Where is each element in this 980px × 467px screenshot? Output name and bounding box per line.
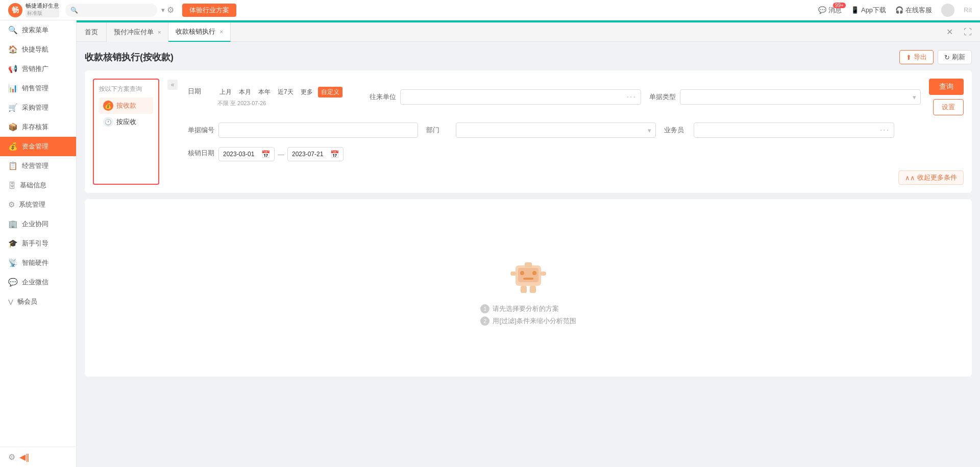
query-button[interactable]: 查询 (929, 79, 964, 95)
refresh-button[interactable]: ↻ 刷新 (938, 50, 972, 64)
tab-prepay-close-icon[interactable]: × (158, 29, 161, 35)
date-label: 日期 (188, 87, 213, 96)
date-link-more[interactable]: 更多 (299, 87, 315, 97)
sidebar-item-wechat[interactable]: 💬 企业微信 (0, 273, 76, 292)
sidebar-label-operations: 经营管理 (22, 161, 48, 170)
doc-no-label: 单据编号 (188, 126, 214, 135)
writeoff-end-input[interactable]: 2023-07-21 📅 (287, 147, 344, 161)
sidebar-item-operations[interactable]: 📋 经营管理 (0, 156, 76, 176)
sidebar-item-purchase[interactable]: 🛒 采购管理 (0, 98, 76, 117)
tab-expand-icon[interactable]: ⛶ (961, 25, 975, 39)
doc-type-select[interactable]: ▾ (680, 89, 921, 105)
tip-text-1: 请先选择要分析的方案 (493, 304, 559, 313)
sidebar-label-enterprise: 企业协同 (22, 219, 48, 229)
page-title: 收款核销执行(按收款) (85, 51, 174, 63)
wechat-icon: 💬 (8, 278, 18, 287)
writeoff-start-input[interactable]: 2023-03-01 📅 (218, 147, 275, 161)
calendar-end-icon[interactable]: 📅 (330, 150, 339, 158)
export-button[interactable]: ⬆ 导出 (899, 50, 934, 64)
sidebar-item-sales[interactable]: 📊 销售管理 (0, 79, 76, 98)
phone-icon: 📱 (851, 6, 859, 14)
sidebar-label-system: 系统管理 (19, 200, 45, 209)
svg-rect-9 (530, 286, 536, 293)
filter-option-by-collection[interactable]: 💰 按收款 (99, 97, 153, 114)
sidebar-settings-icon[interactable]: ⚙ (8, 452, 15, 462)
enterprise-icon: 🏢 (8, 219, 18, 229)
sidebar-label-base-info: 基础信息 (20, 181, 46, 190)
svg-rect-8 (521, 286, 527, 293)
salesman-dots-icon[interactable]: ··· (880, 126, 890, 135)
collapse-more-btn[interactable]: ∧∧ 收起更多条件 (898, 170, 964, 185)
svg-rect-6 (510, 272, 517, 276)
sidebar-item-system[interactable]: ⚙ 系统管理 (0, 195, 76, 214)
salesman-select[interactable]: ··· (694, 122, 894, 138)
tab-close-all-icon[interactable]: ✕ (942, 25, 957, 39)
refresh-label: 刷新 (952, 53, 965, 62)
sidebar-item-member[interactable]: V 畅会员 (0, 292, 76, 311)
date-shortcuts: 上月 本月 本年 近7天 更多 自定义 (217, 87, 342, 97)
sidebar-item-guide[interactable]: 🎓 新手引导 (0, 234, 76, 253)
date-link-this-year[interactable]: 本年 (256, 87, 273, 97)
tab-bar: 首页 预付冲应付单 × 收款核销执行 × ✕ ⛶ (77, 22, 980, 42)
avatar (941, 4, 954, 17)
filter-option-by-receivable[interactable]: 🕐 按应收 (99, 114, 153, 130)
tab-prepay[interactable]: 预付冲应付单 × (107, 22, 168, 42)
calendar-start-icon[interactable]: 📅 (261, 150, 270, 158)
date-link-custom[interactable]: 自定义 (318, 87, 342, 97)
filter-collapse: « (167, 79, 180, 185)
logo-tag: 标准版 (26, 9, 59, 17)
purchase-icon: 🛒 (8, 103, 18, 112)
empty-tip-1: 1 请先选择要分析的方案 (480, 304, 576, 313)
svg-rect-5 (525, 262, 532, 267)
tab-collection[interactable]: 收款核销执行 × (168, 22, 230, 42)
sidebar-item-base-info[interactable]: 🗄 基础信息 (0, 176, 76, 195)
settings-button[interactable]: 设置 (933, 99, 964, 115)
sidebar-item-quick-nav[interactable]: 🏠 快捷导航 (0, 40, 76, 59)
tab-collection-label: 收款核销执行 (176, 27, 215, 36)
trial-btn[interactable]: 体验行业方案 (182, 4, 236, 17)
writeoff-date-label: 核销日期 (188, 149, 214, 158)
online-service-label: 在线客服 (905, 6, 932, 15)
date-link-7days[interactable]: 近7天 (276, 87, 296, 97)
date-link-this-month[interactable]: 本月 (237, 87, 253, 97)
filter-field-unit: 往来单位 ··· (370, 89, 641, 105)
filter-right: 日期 上月 本月 本年 近7天 更多 自定义 不限 至 (188, 79, 964, 185)
filter-sidebar: 按以下方案查询 💰 按收款 🕐 按应收 (93, 79, 159, 185)
sidebar-item-finance[interactable]: 💰 资金管理 (0, 137, 76, 156)
date-link-last-month[interactable]: 上月 (217, 87, 234, 97)
top-search[interactable]: 🔍 (65, 4, 157, 17)
export-icon: ⬆ (906, 54, 912, 61)
collapse-more-wrap: ∧∧ 收起更多条件 (188, 168, 964, 185)
dropdown-arrow-icon[interactable]: ▾ (161, 6, 165, 14)
gear-icon[interactable]: ⚙ (167, 5, 174, 15)
tab-home[interactable]: 首页 (77, 22, 107, 42)
message-icon: 💬 (818, 6, 826, 14)
doc-type-label: 单据类型 (649, 92, 676, 102)
sidebar-item-search-menu[interactable]: 🔍 搜索菜单 (0, 20, 76, 40)
page-header: 收款核销执行(按收款) ⬆ 导出 ↻ 刷新 (85, 50, 972, 64)
dept-select[interactable]: ▾ (456, 122, 656, 138)
doc-no-input[interactable] (218, 122, 418, 138)
sidebar-item-inventory[interactable]: 📦 库存核算 (0, 117, 76, 137)
dept-chevron-icon: ▾ (648, 127, 651, 134)
app-download-btn[interactable]: 📱 App下载 (851, 6, 886, 15)
member-icon: V (8, 298, 13, 306)
tab-collection-close-icon[interactable]: × (219, 29, 223, 35)
sidebar-collapse-icon[interactable]: ◀‖ (19, 452, 30, 462)
top-bar-right: 💬 消息 99+ 📱 App下载 🎧 在线客服 Rit (818, 4, 972, 17)
message-badge: 99+ (833, 3, 846, 8)
writeoff-date-range: 2023-03-01 📅 — 2023-07-21 📅 (218, 147, 344, 161)
search-icon: 🔍 (70, 7, 78, 14)
message-btn[interactable]: 💬 消息 99+ (818, 6, 842, 15)
by-collection-icon: 💰 (103, 101, 113, 111)
online-service-btn[interactable]: 🎧 在线客服 (895, 6, 932, 15)
sidebar-item-enterprise[interactable]: 🏢 企业协同 (0, 214, 76, 234)
filter-collapse-btn[interactable]: « (167, 80, 178, 90)
unit-dots-icon[interactable]: ··· (627, 92, 636, 102)
empty-state-illustration (505, 250, 551, 296)
unit-select[interactable]: ··· (400, 89, 641, 105)
system-icon: ⚙ (8, 200, 15, 209)
sidebar-item-marketing[interactable]: 📢 营销推广 (0, 59, 76, 79)
sidebar-item-hardware[interactable]: 📡 智能硬件 (0, 253, 76, 273)
empty-state: 1 请先选择要分析的方案 2 用[过滤]条件来缩小分析范围 (85, 219, 972, 356)
